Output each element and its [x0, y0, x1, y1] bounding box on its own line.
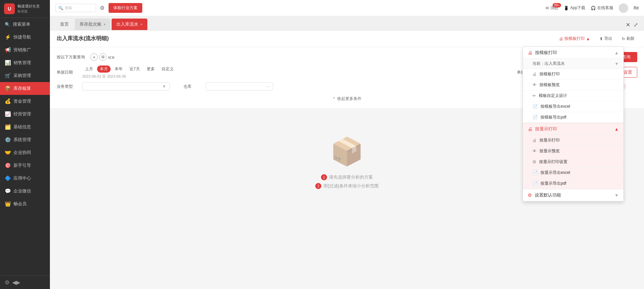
sidebar-item-label: 应用中心 — [13, 175, 31, 181]
search-icon: 🔍 — [58, 6, 63, 10]
tab-batch-account[interactable]: 库存批次账 × — [75, 19, 110, 30]
message-badge: 99+ — [553, 3, 561, 7]
settings-icon: ⚙ — [528, 192, 532, 198]
date-chip-this-year[interactable]: 本年 — [112, 65, 125, 73]
sidebar-item-purchase[interactable]: 🛒 采购管理 — [0, 69, 50, 82]
sidebar-item-label: 畅会员 — [13, 201, 27, 207]
template-custom-item-label: 模板自定义设计 — [539, 93, 567, 99]
printer-icon: 🖨 — [528, 50, 532, 55]
app-version: 标准版 — [18, 9, 40, 14]
template-preview-item-label: 按模板预览 — [539, 82, 560, 88]
display-print-settings-item[interactable]: ⚙ 按显示打印设置 — [523, 157, 623, 167]
sidebar-item-label: 采购管理 — [13, 73, 31, 79]
display-export-excel-item[interactable]: 📄 按显示导出excel — [523, 167, 623, 178]
app-download-action[interactable]: 📱 App下载 — [564, 5, 585, 11]
window-close-icon[interactable]: ✕ — [625, 21, 631, 29]
date-chip-last-month[interactable]: 上月 — [82, 65, 96, 73]
sidebar-item-sales[interactable]: 📊 销售管理 — [0, 56, 50, 69]
refresh-label: 刷新 — [626, 36, 635, 42]
collapse-sidebar-icon[interactable]: ◀▶ — [12, 279, 20, 286]
sidebar-item-label: 基础信息 — [13, 124, 31, 130]
inventory-icon: 📦 — [5, 85, 11, 91]
tab-close-inout-flow[interactable]: × — [140, 22, 142, 26]
online-service-label: 在线客服 — [597, 5, 613, 11]
display-pdf-icon: 📄 — [532, 181, 538, 186]
date-chip-this-month[interactable]: 本月 — [97, 65, 111, 73]
business-type-select[interactable]: ▼ — [82, 82, 170, 90]
online-service-action[interactable]: 🎧 在线客服 — [591, 5, 613, 11]
template-export-excel-item[interactable]: 📄 按模板导出excel — [523, 101, 623, 112]
sidebar-item-membership[interactable]: 👑 畅会员 — [0, 198, 50, 210]
chevron-up-icon: ▲ — [614, 50, 619, 55]
sidebar-item-system[interactable]: ⚙️ 系统管理 — [0, 133, 50, 146]
industry-plan-button[interactable]: 体验行业方案 — [109, 3, 142, 13]
template-custom-item[interactable]: ✏ 模板自定义设计 — [523, 90, 623, 101]
settings-icon[interactable]: ⚙ — [5, 279, 9, 286]
message-action[interactable]: ✉ 消息 99+ — [546, 5, 558, 11]
tab-inout-flow-label: 出入库流水 — [116, 21, 138, 27]
sidebar-item-quick-nav[interactable]: ⚡ 快捷导航 — [0, 31, 50, 44]
sidebar-nav: ⚡ 快捷导航 📢 营销推广 📊 销售管理 🛒 采购管理 📦 库存核算 💰 资金管… — [0, 31, 50, 275]
topbar-search[interactable]: 🔍 搜索 — [55, 4, 96, 12]
date-chip-custom[interactable]: 自定义 — [159, 65, 176, 73]
default-settings-section[interactable]: ⚙ 设置默认功能 ▼ — [523, 189, 623, 201]
display-print-item[interactable]: 🖨 按显示打印 — [523, 135, 623, 146]
sidebar-item-wechat[interactable]: 💬 企业微信 — [0, 185, 50, 198]
sidebar-item-basic[interactable]: 🗂️ 基础信息 — [0, 121, 50, 133]
step-1-text: 请先选择要分析的方案 — [329, 174, 373, 180]
system-icon: ⚙️ — [5, 137, 11, 143]
sidebar-item-cooperation[interactable]: 🤝 企业协同 — [0, 146, 50, 159]
message-icon: ✉ — [546, 6, 549, 10]
topbar: 🔍 搜索 ⚙ 体验行业方案 ✉ 消息 99+ 📱 App下载 🎧 在线客服 Ri… — [50, 0, 644, 16]
window-expand-icon[interactable]: ⤢ — [633, 21, 639, 29]
export-btn[interactable]: ⬆ 导出 — [597, 34, 615, 43]
display-preview-item[interactable]: 👁 按显示预览 — [523, 146, 623, 157]
guide-icon: 🎯 — [5, 162, 11, 168]
template-print-label: 按模板打印 — [564, 36, 585, 42]
sidebar-item-guide[interactable]: 🎯 新手引导 — [0, 159, 50, 172]
app-download-label: App下载 — [570, 5, 585, 11]
finance-icon: 💰 — [5, 98, 11, 104]
template-print-item-label: 按模板打印 — [539, 71, 560, 77]
date-chip-more[interactable]: 更多 — [144, 65, 157, 73]
display-print-item-label: 按显示打印 — [539, 137, 560, 143]
sidebar-item-finance[interactable]: 💰 资金管理 — [0, 95, 50, 108]
tab-home[interactable]: 首页 — [55, 19, 74, 30]
current-template-label: 当前：出入库流水 — [532, 61, 565, 67]
sidebar-item-label: 企业微信 — [13, 188, 31, 194]
sidebar-item-label: 销售管理 — [13, 60, 31, 66]
refresh-btn[interactable]: ↻ 刷新 — [619, 34, 637, 43]
date-filter-label: 单据日期 — [57, 70, 77, 75]
date-chip-7days[interactable]: 近7天 — [127, 65, 143, 73]
display-export-pdf-item[interactable]: 📄 按显示导出pdf — [523, 178, 623, 189]
tab-close-batch-account[interactable]: × — [104, 22, 106, 26]
content-area: 出入库流水(流水明细) 🖨 按模板打印 ▲ ⬆ 导出 ↻ 刷新 — [50, 30, 644, 289]
template-export-pdf-item[interactable]: 📄 按模板导出pdf — [523, 112, 623, 123]
wechat-icon: 💬 — [5, 188, 11, 194]
sidebar-item-inventory[interactable]: 📦 库存核算 — [0, 82, 50, 95]
template-preview-item[interactable]: 👁 按模板预览 — [523, 80, 623, 90]
tab-batch-account-label: 库存批次账 — [80, 21, 101, 27]
sidebar-item-operations[interactable]: 📈 经营管理 — [0, 108, 50, 121]
filter-add-btn[interactable]: + — [90, 53, 98, 61]
filter-collapse-btn[interactable]: «» — [108, 54, 115, 61]
sidebar-item-label: 经营管理 — [13, 111, 31, 117]
app-logo-icon: U — [4, 3, 15, 14]
display-print-section-header[interactable]: 🖨 按显示打印 ▲ — [523, 123, 623, 135]
topbar-gear-icon[interactable]: ⚙ — [100, 5, 105, 11]
more-icon: ··· — [266, 84, 269, 89]
page-title: 出入库流水(流水明细) — [57, 35, 109, 42]
user-avatar[interactable] — [619, 3, 628, 13]
sidebar-item-label: 系统管理 — [13, 137, 31, 143]
template-print-section-header[interactable]: 🖨 按模板打印 ▲ — [523, 47, 623, 59]
sidebar-search[interactable]: 🔍 搜索菜单 — [0, 18, 50, 31]
tab-inout-flow[interactable]: 出入库流水 × — [112, 19, 147, 30]
chevron-up-icon: ⌃ — [332, 97, 336, 101]
design-icon: ✏ — [532, 93, 536, 98]
sidebar-item-apps[interactable]: 🔷 应用中心 — [0, 172, 50, 185]
template-print-item[interactable]: 🖨 按模板打印 — [523, 69, 623, 80]
warehouse-select[interactable]: ··· — [206, 82, 273, 90]
template-print-btn[interactable]: 🖨 按模板打印 ▲ — [556, 34, 593, 43]
filter-gear-btn[interactable]: ⚙ — [99, 53, 107, 61]
sidebar-item-marketing[interactable]: 📢 营销推广 — [0, 44, 50, 56]
